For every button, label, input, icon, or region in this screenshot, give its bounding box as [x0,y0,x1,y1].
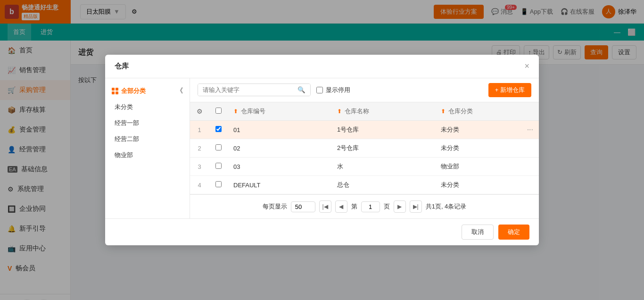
confirm-btn[interactable]: 确定 [498,225,529,240]
sort-icon-name: ⬆ [337,108,342,115]
row-checkbox-cell [209,120,228,139]
modal-toolbar: 🔍 显示停用 + 新增仓库 [190,78,539,102]
modal-overlay: 仓库 × 全部分类 《 未分类 经营一部 经营二部 物业部 [0,0,644,300]
category-all-label-wrap: 全部分类 [112,87,146,95]
row-checkbox[interactable] [215,144,222,150]
row-code: 02 [228,139,331,158]
pagination-total: 共1页, 4条记录 [426,202,467,211]
row-code: 03 [228,158,331,176]
row-name: 总仓 [331,176,435,194]
row-code: 01 [228,120,331,139]
show-disabled-label: 显示停用 [316,86,350,94]
row-category: 未分类 [435,176,539,194]
row-checkbox-cell [209,158,228,176]
select-all-checkbox[interactable] [215,108,222,114]
category-collapse-icon[interactable]: 《 [176,87,183,95]
last-page-btn[interactable]: ▶| [410,200,422,213]
table-row[interactable]: 1 01 1号仓库 未分类 ··· [190,120,539,139]
th-settings: ⚙ [190,102,209,121]
row-category: 物业部 [435,158,539,176]
add-warehouse-btn[interactable]: + 新增仓库 [488,83,531,97]
search-wrap: 🔍 [198,83,311,96]
row-name: 水 [331,158,435,176]
row-checkbox[interactable] [215,181,222,187]
page-input[interactable] [361,201,380,212]
category-item-property[interactable]: 物业部 [105,147,190,163]
search-input[interactable] [198,84,293,96]
row-num: 1 [190,120,209,139]
th-warehouse-name: ⬆ 仓库名称 [331,102,435,121]
cancel-btn[interactable]: 取消 [462,225,494,240]
row-checkbox[interactable] [215,163,222,169]
category-item-unclassified[interactable]: 未分类 [105,99,190,115]
category-item-ops1[interactable]: 经营一部 [105,115,190,131]
right-panel: 🔍 显示停用 + 新增仓库 ⚙ [190,78,539,219]
modal-footer: 取消 确定 [105,218,539,245]
row-more-btn[interactable]: ··· [527,125,533,134]
search-icon: 🔍 [297,86,305,93]
table-row[interactable]: 4 DEFAULT 总仓 未分类 [190,176,539,194]
category-panel: 全部分类 《 未分类 经营一部 经营二部 物业部 [105,78,190,219]
per-page-label: 每页显示 [263,202,287,211]
row-code: DEFAULT [228,176,331,194]
row-checkbox[interactable] [215,126,222,132]
prev-page-btn[interactable]: ◀ [335,200,347,213]
sort-icon: ⬆ [233,108,238,115]
page-unit: 页 [384,202,390,211]
next-page-btn[interactable]: ▶ [394,200,406,213]
th-checkbox [209,102,228,121]
grid-icon [112,88,118,94]
per-page-select[interactable]: 50 20 100 [291,201,315,212]
th-warehouse-code: ⬆ 仓库编号 [228,102,331,121]
row-name: 1号仓库 [331,120,435,139]
show-disabled-checkbox[interactable] [316,87,323,93]
row-category: 未分类 [435,139,539,158]
category-all-btn[interactable]: 全部分类 《 [105,83,190,99]
th-warehouse-category: ⬆ 仓库分类 [435,102,539,121]
table-row[interactable]: 3 03 水 物业部 [190,158,539,176]
row-num: 3 [190,158,209,176]
row-checkbox-cell [209,139,228,158]
search-btn[interactable]: 🔍 [293,84,310,96]
row-num: 2 [190,139,209,158]
row-checkbox-cell [209,176,228,194]
row-category: 未分类 ··· [435,121,539,139]
warehouse-table: ⚙ ⬆ 仓库编号 ⬆ [190,102,539,195]
sort-icon-cat: ⬆ [441,108,446,115]
modal-body: 全部分类 《 未分类 经营一部 经营二部 物业部 🔍 [105,78,539,219]
gear-icon-th: ⚙ [197,108,203,115]
category-item-ops2[interactable]: 经营二部 [105,131,190,147]
modal-title: 仓库 [115,62,129,71]
warehouse-modal: 仓库 × 全部分类 《 未分类 经营一部 经营二部 物业部 [105,55,539,246]
table-row[interactable]: 2 02 2号仓库 未分类 [190,139,539,158]
category-all-label: 全部分类 [121,87,146,95]
page-label: 第 [351,202,357,211]
modal-header: 仓库 × [105,55,539,78]
modal-close-btn[interactable]: × [524,61,529,71]
row-name: 2号仓库 [331,139,435,158]
pagination: 每页显示 50 20 100 |◀ ◀ 第 页 ▶ ▶| 共1页, 4条记录 [190,194,539,218]
first-page-btn[interactable]: |◀ [319,200,331,213]
row-num: 4 [190,176,209,194]
